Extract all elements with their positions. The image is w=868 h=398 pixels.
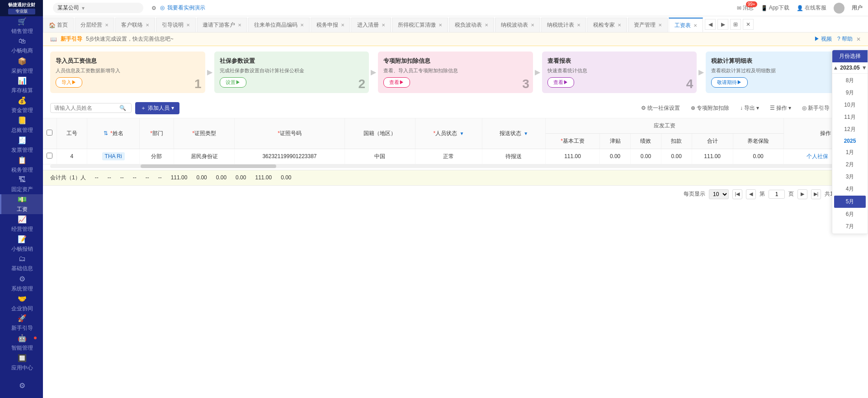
special-deduct-button[interactable]: ⊕ 专项附加扣除 [687,103,733,114]
month-3[interactable]: 3月 [832,171,868,183]
month-8[interactable]: 8月 [832,75,868,87]
personal-social-link[interactable]: 个人社保 [807,153,828,159]
tab-close-icon[interactable]: ✕ [146,23,149,28]
row-checkbox[interactable] [47,153,52,159]
page-input[interactable] [769,190,785,199]
message-button[interactable]: ✉ 消息 99+ [737,4,754,12]
search-input[interactable] [54,105,118,111]
tab-close-icon[interactable]: ✕ [577,23,580,28]
month-6[interactable]: 6月 [832,208,868,220]
month-1[interactable]: 1月 [832,146,868,159]
tab-close-icon[interactable]: ✕ [341,23,344,28]
tab-tax-report[interactable]: 税务申报 ✕ [311,18,350,32]
last-page-button[interactable]: ▶| [811,189,821,199]
tab-close-icon[interactable]: ✕ [238,23,241,28]
sidebar-item-capital[interactable]: 💰 资金管理 [0,95,43,115]
operate-button[interactable]: ☰ 操作 ▾ [766,103,795,114]
tab-close-active-icon[interactable]: ✕ [693,23,697,28]
step-2-button[interactable]: 设置▶ [220,77,246,88]
tab-tax-stat[interactable]: 纳税统计表 ✕ [541,18,586,32]
sidebar-item-ledger[interactable]: 📒 总账管理 [0,115,43,135]
tab-clearing[interactable]: 进入清册 ✕ [351,18,391,32]
sidebar-item-salary[interactable]: 💵 工资 [0,194,43,214]
select-all-header[interactable] [43,118,57,149]
row-checkbox-cell[interactable] [43,149,57,164]
tab-tax-waive[interactable]: 税负波动表 ✕ [449,18,494,32]
user-avatar[interactable] [834,3,844,14]
guide-video-button[interactable]: ▶ 视频 [814,35,832,43]
guide-close-button[interactable]: ✕ [856,36,861,42]
demo-link[interactable]: ◎ 我要看实例演示 [160,4,205,12]
tab-goods-code[interactable]: 往来单位商品编码 ✕ [248,18,310,32]
step-5-button[interactable]: 敬请期待▶ [711,77,748,88]
app-download-button[interactable]: 📱 App下载 [761,4,789,12]
sidebar-item-basic[interactable]: 🗂 基础信息 [0,254,43,274]
year-up-button[interactable]: ▲ [833,64,838,71]
tab-segment[interactable]: 分层经营 ✕ [75,18,114,32]
select-all-checkbox[interactable] [47,130,52,136]
sort-icon[interactable]: ⇅ [104,130,108,136]
month-2[interactable]: 2月 [832,159,868,171]
tab-salary[interactable]: 工资表 ✕ [669,18,703,32]
month-11[interactable]: 11月 [832,111,868,123]
tab-close-icon[interactable]: ✕ [439,23,442,28]
prev-page-button[interactable]: ◀ [746,189,756,199]
month-4[interactable]: 4月 [832,183,868,195]
settings-icon[interactable]: ⚙ [151,5,156,11]
sidebar-item-report[interactable]: 📝 小畅报销 [0,234,43,254]
tab-close-icon[interactable]: ✕ [618,23,621,28]
sidebar-item-ecommerce[interactable]: 🛍 小畅电商 [0,36,43,56]
tab-guide[interactable]: 引导说明 ✕ [156,18,196,32]
month-5[interactable]: 5月 [834,196,866,208]
tab-home[interactable]: 🏠 首页 [43,18,74,32]
horizontal-scrollbar[interactable] [50,164,861,168]
tab-prev-button[interactable]: ◀ [705,19,716,30]
sidebar-item-settings[interactable]: ⚙ [0,373,43,398]
export-button[interactable]: ↓ 导出 ▾ [736,103,763,114]
sidebar-item-system[interactable]: ⚙ 系统管理 [0,274,43,294]
tab-invite[interactable]: 邀请下游客户 ✕ [197,18,247,32]
search-wrap[interactable]: 🔍 [50,103,132,113]
sidebar-item-operation[interactable]: 📈 经营管理 [0,214,43,234]
sidebar-item-sales[interactable]: 🛒 销售管理 [0,16,43,36]
tab-close-all-button[interactable]: ✕ [743,19,754,30]
tab-close-icon[interactable]: ✕ [186,23,190,28]
company-selector[interactable]: 某某公司 ▾ [53,3,143,13]
tab-close-icon[interactable]: ✕ [300,23,304,28]
scrollbar-thumb[interactable] [141,164,276,168]
sidebar-item-smart[interactable]: 🤖 智能管理 [0,333,43,353]
report-filter-icon[interactable]: ▼ [524,131,528,136]
sidebar-item-invoice[interactable]: 🧾 发票管理 [0,135,43,155]
guide-help-button[interactable]: ? 帮助 [837,35,853,43]
newbie-guide-button[interactable]: ◎ 新手引导 [798,103,833,114]
tab-close-icon[interactable]: ✕ [382,23,385,28]
tab-tax-expert[interactable]: 税检专家 ✕ [587,18,627,32]
tab-tax-stat2[interactable]: 纳税波动表 ✕ [495,18,540,32]
tab-close-icon[interactable]: ✕ [531,23,534,28]
sidebar-item-purchase[interactable]: 📦 采购管理 [0,56,43,76]
add-person-button[interactable]: ＋ 添加人员 ▾ [135,102,179,114]
step-1-button[interactable]: 导入▶ [56,77,82,88]
next-page-button[interactable]: ▶ [797,189,807,199]
sidebar-item-starter[interactable]: 🚀 新手引导 [0,313,43,333]
tab-asset-mgr[interactable]: 资产管理 ✕ [628,18,668,32]
step-4-button[interactable]: 查看▶ [547,77,574,88]
tab-close-icon[interactable]: ✕ [105,23,108,28]
tab-tax-calc[interactable]: 所得税汇算清缴 ✕ [392,18,448,32]
page-size-select[interactable]: 10 20 50 [709,189,729,199]
sidebar-item-tax[interactable]: 📋 税务管理 [0,155,43,175]
tab-menu-button[interactable]: ⊞ [730,19,741,30]
step-3-button[interactable]: 查看▶ [383,77,410,88]
online-service-button[interactable]: 👤 在线客服 [797,4,826,12]
sidebar-item-app-center[interactable]: 🔲 应用中心 [0,353,43,373]
month-7[interactable]: 7月 [832,220,868,233]
search-icon[interactable]: 🔍 [119,105,126,111]
tab-next-button[interactable]: ▶ [717,19,728,30]
tab-crm[interactable]: 客户联络 ✕ [115,18,155,32]
sidebar-item-company[interactable]: 🤝 企业协同 [0,294,43,314]
month-12[interactable]: 12月 [832,123,868,136]
month-9[interactable]: 9月 [832,87,868,99]
status-filter-icon[interactable]: ▼ [459,131,464,136]
sidebar-item-inventory[interactable]: 📊 库存核算 [0,75,43,95]
social-settings-button[interactable]: ⚙ 统一社保设置 [637,103,684,114]
